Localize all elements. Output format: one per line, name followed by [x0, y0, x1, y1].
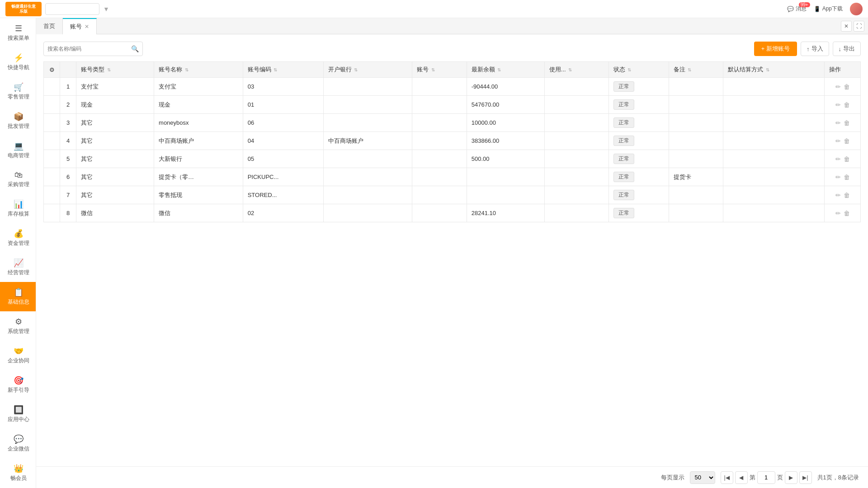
cell-latest-balance: 547670.00	[467, 96, 544, 114]
delete-icon[interactable]: 🗑	[844, 83, 850, 90]
sidebar-item-app-center[interactable]: 🔲 应用中心	[0, 399, 36, 429]
cell-actions: ✏ 🗑	[825, 168, 861, 186]
cell-bank	[323, 186, 412, 204]
delete-icon[interactable]: 🗑	[844, 119, 850, 127]
quick-nav-icon: ⚡	[3, 53, 34, 63]
sidebar-item-retail-mgmt[interactable]: 🛒 零售管理	[0, 77, 36, 106]
system-icon: ⚙	[3, 317, 34, 327]
tab-close-btn[interactable]: ✕	[841, 21, 852, 32]
page-last-btn[interactable]: ▶|	[799, 471, 812, 484]
tab-account-close[interactable]: ✕	[85, 23, 89, 30]
delete-icon[interactable]: 🗑	[844, 210, 850, 217]
ecommerce-icon: 💻	[3, 141, 34, 151]
col-default-settlement[interactable]: 默认结算方式 ⇅	[723, 62, 825, 78]
edit-icon[interactable]: ✏	[835, 155, 841, 163]
sidebar-item-label: 资金管理	[3, 239, 34, 247]
sidebar-item-operation-mgmt[interactable]: 📈 经营管理	[0, 253, 36, 282]
sidebar-item-enterprise-agreement[interactable]: 🤝 企业协同	[0, 341, 36, 370]
edit-icon[interactable]: ✏	[835, 192, 841, 199]
cell-account-code: 04	[243, 132, 323, 150]
sidebar-item-purchase-mgmt[interactable]: 🛍 采购管理	[0, 165, 36, 194]
tab-expand-btn[interactable]: ⛶	[854, 21, 864, 32]
cell-status: 正常	[609, 78, 669, 96]
col-use-status[interactable]: 使用... ⇅	[544, 62, 609, 78]
delete-icon[interactable]: 🗑	[844, 137, 850, 145]
cell-account-no	[412, 204, 467, 222]
sidebar-item-search-menu[interactable]: ☰ 搜索菜单	[0, 18, 36, 47]
table-row: 8 微信 微信 02 28241.10 正常 ✏ 🗑	[44, 204, 861, 222]
col-account-type[interactable]: 账号类型 ⇅	[76, 62, 154, 78]
top-bar-left: 畅捷通好生意 乐版 ▼	[5, 2, 109, 16]
col-latest-balance[interactable]: 最新余额 ⇅	[467, 62, 544, 78]
sidebar-item-basic-info[interactable]: 📋 基础信息	[0, 282, 36, 311]
col-account-code[interactable]: 账号编码 ⇅	[243, 62, 323, 78]
per-page-select[interactable]: 50 100 200	[690, 471, 715, 484]
cell-account-type: 其它	[76, 150, 154, 168]
delete-icon[interactable]: 🗑	[844, 192, 850, 199]
page-prev-btn[interactable]: ◀	[735, 471, 748, 484]
sidebar-item-ecommerce-mgmt[interactable]: 💻 电商管理	[0, 136, 36, 165]
sidebar-item-inventory-check[interactable]: 📊 库存核算	[0, 194, 36, 223]
tab-bar: 首页 账号 ✕ ✕ ⛶	[36, 18, 868, 34]
cell-remark: 提货卡	[669, 168, 723, 186]
message-btn[interactable]: 💬 消息 99+	[787, 5, 807, 13]
cell-account-type: 微信	[76, 204, 154, 222]
cell-remark	[669, 186, 723, 204]
edit-icon[interactable]: ✏	[835, 83, 841, 90]
edit-icon[interactable]: ✏	[835, 101, 841, 108]
col-remark[interactable]: 备注 ⇅	[669, 62, 723, 78]
sidebar-item-quick-nav[interactable]: ⚡ 快捷导航	[0, 47, 36, 77]
sidebar-item-label: 系统管理	[3, 328, 34, 335]
col-status[interactable]: 状态 ⇅	[609, 62, 669, 78]
search-icon[interactable]: 🔍	[131, 45, 139, 52]
wholesale-icon: 📦	[3, 112, 34, 122]
cell-account-no	[412, 150, 467, 168]
sidebar-item-label: 批发管理	[3, 122, 34, 130]
search-box[interactable]: 🔍	[43, 42, 143, 56]
cell-default-settlement	[723, 114, 825, 132]
cell-settings	[44, 150, 60, 168]
cell-account-name: 零售抵现	[154, 186, 243, 204]
search-input[interactable]	[47, 46, 131, 52]
sidebar-item-label: 采购管理	[3, 181, 34, 188]
export-label: 导出	[843, 45, 855, 53]
sidebar-item-system-mgmt[interactable]: ⚙ 系统管理	[0, 311, 36, 341]
page-next-btn[interactable]: ▶	[785, 471, 797, 484]
sidebar-item-capital-mgmt[interactable]: 💰 资金管理	[0, 223, 36, 253]
sidebar-item-enterprise-wechat[interactable]: 💬 企业微信	[0, 429, 36, 458]
edit-icon[interactable]: ✏	[835, 137, 841, 145]
sidebar-item-wholesale-mgmt[interactable]: 📦 批发管理	[0, 106, 36, 136]
app-download-btn[interactable]: 📱 App下载	[814, 5, 843, 13]
top-search-dropdown[interactable]: ▼	[103, 5, 109, 13]
edit-icon[interactable]: ✏	[835, 119, 841, 127]
cell-account-code: STORED...	[243, 186, 323, 204]
page-input[interactable]	[757, 471, 775, 484]
cell-account-no	[412, 114, 467, 132]
delete-icon[interactable]: 🗑	[844, 101, 850, 108]
add-account-button[interactable]: + 新增账号	[754, 42, 797, 56]
sidebar-item-member[interactable]: 👑 畅会员	[0, 458, 36, 488]
message-icon: 💬	[787, 6, 794, 12]
edit-icon[interactable]: ✏	[835, 210, 841, 217]
col-account-no[interactable]: 账号 ⇅	[412, 62, 467, 78]
page-first-btn[interactable]: |◀	[721, 471, 733, 484]
cell-index: 6	[60, 168, 76, 186]
col-bank[interactable]: 开户银行 ⇅	[323, 62, 412, 78]
cell-settings	[44, 78, 60, 96]
tab-home[interactable]: 首页	[36, 18, 63, 34]
delete-icon[interactable]: 🗑	[844, 174, 850, 181]
tab-account[interactable]: 账号 ✕	[63, 18, 97, 34]
col-settings[interactable]: ⚙	[44, 62, 60, 78]
avatar[interactable]	[850, 3, 863, 15]
edit-icon[interactable]: ✏	[835, 174, 841, 181]
sidebar-item-new-guide[interactable]: 🎯 新手引导	[0, 370, 36, 399]
sidebar-item-label: 零售管理	[3, 93, 34, 101]
cell-default-settlement	[723, 132, 825, 150]
col-account-name[interactable]: 账号名称 ⇅	[154, 62, 243, 78]
import-button[interactable]: ↑ 导入	[801, 42, 829, 56]
cell-status: 正常	[609, 204, 669, 222]
delete-icon[interactable]: 🗑	[844, 155, 850, 163]
export-button[interactable]: ↓ 导出	[833, 42, 861, 56]
cell-default-settlement	[723, 204, 825, 222]
top-search-input[interactable]	[45, 3, 99, 15]
